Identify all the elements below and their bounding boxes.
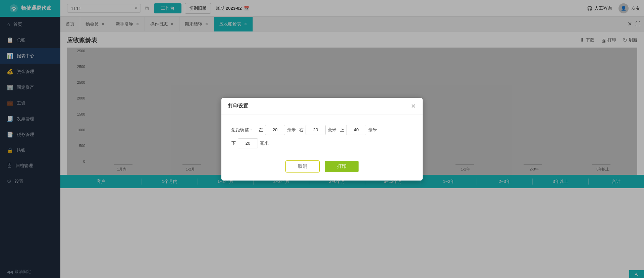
margin-row: 边距调整： 左 毫米 右 毫米 上 毫米 下 — [231, 125, 413, 148]
bottom-unit: 毫米 — [260, 140, 269, 146]
left-label: 左 — [259, 127, 263, 133]
margin-left-group: 左 毫米 — [259, 125, 296, 135]
top-margin-input[interactable] — [346, 125, 366, 135]
margin-right-group: 右 毫米 — [299, 125, 336, 135]
dialog-title: 打印设置 — [228, 103, 248, 109]
bottom-margin-input[interactable] — [238, 138, 258, 148]
left-unit: 毫米 — [287, 127, 296, 133]
dialog-overlay: 打印设置 ✕ 边距调整： 左 毫米 右 毫米 上 毫米 — [0, 0, 644, 278]
cancel-button[interactable]: 取消 — [285, 160, 320, 172]
margin-top-group: 上 毫米 — [340, 125, 377, 135]
dialog-body: 边距调整： 左 毫米 右 毫米 上 毫米 下 — [221, 115, 423, 155]
top-unit: 毫米 — [368, 127, 377, 133]
margin-bottom-group: 下 毫米 — [231, 138, 269, 148]
print-settings-dialog: 打印设置 ✕ 边距调整： 左 毫米 右 毫米 上 毫米 — [221, 98, 423, 181]
bottom-margin-label: 下 — [231, 140, 236, 146]
top-label: 上 — [340, 127, 344, 133]
right-margin-input[interactable] — [306, 125, 326, 135]
right-unit: 毫米 — [328, 127, 336, 133]
dialog-close-button[interactable]: ✕ — [411, 102, 416, 110]
margin-label: 边距调整： — [231, 127, 253, 133]
print-button[interactable]: 打印 — [325, 161, 359, 172]
right-label: 右 — [299, 127, 304, 133]
dialog-footer: 取消 打印 — [221, 155, 423, 181]
left-margin-input[interactable] — [265, 125, 285, 135]
dialog-header: 打印设置 ✕ — [221, 98, 423, 115]
